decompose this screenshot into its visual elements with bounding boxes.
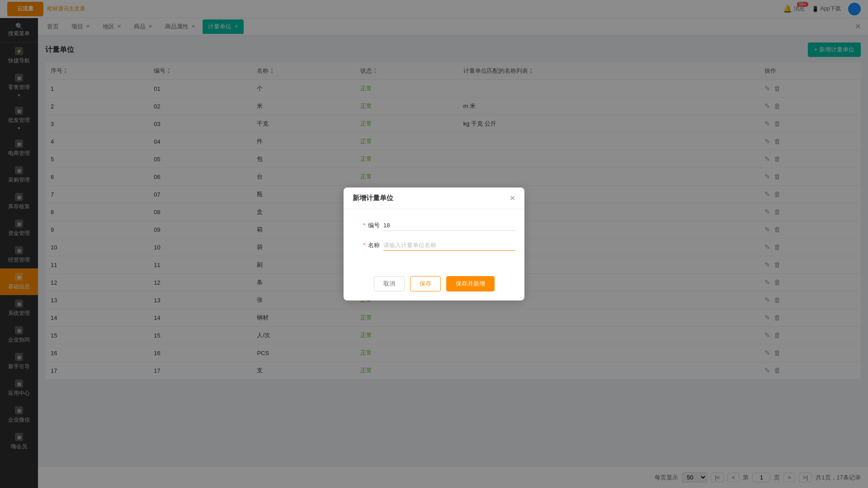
- form-row-name: * 名称: [353, 240, 515, 251]
- code-input[interactable]: [383, 220, 515, 231]
- name-label: * 名称: [353, 241, 380, 249]
- save-new-button[interactable]: 保存并新增: [446, 276, 495, 291]
- modal-title: 新增计量单位: [353, 194, 393, 202]
- modal-header: 新增计量单位 ✕: [344, 188, 524, 209]
- modal-footer: 取消 保存 保存并新增: [344, 271, 524, 300]
- required-mark-name: *: [363, 242, 365, 249]
- add-unit-modal: 新增计量单位 ✕ * 编号 * 名称 取消 保存 保存并新增: [344, 188, 524, 300]
- modal-overlay: 新增计量单位 ✕ * 编号 * 名称 取消 保存 保存并新增: [0, 0, 868, 488]
- modal-body: * 编号 * 名称: [344, 209, 524, 271]
- name-input[interactable]: [383, 240, 515, 251]
- form-row-code: * 编号: [353, 220, 515, 231]
- save-button[interactable]: 保存: [410, 276, 441, 291]
- code-label: * 编号: [353, 221, 380, 230]
- modal-close-button[interactable]: ✕: [509, 194, 515, 202]
- cancel-button[interactable]: 取消: [374, 276, 405, 291]
- required-mark: *: [363, 222, 365, 229]
